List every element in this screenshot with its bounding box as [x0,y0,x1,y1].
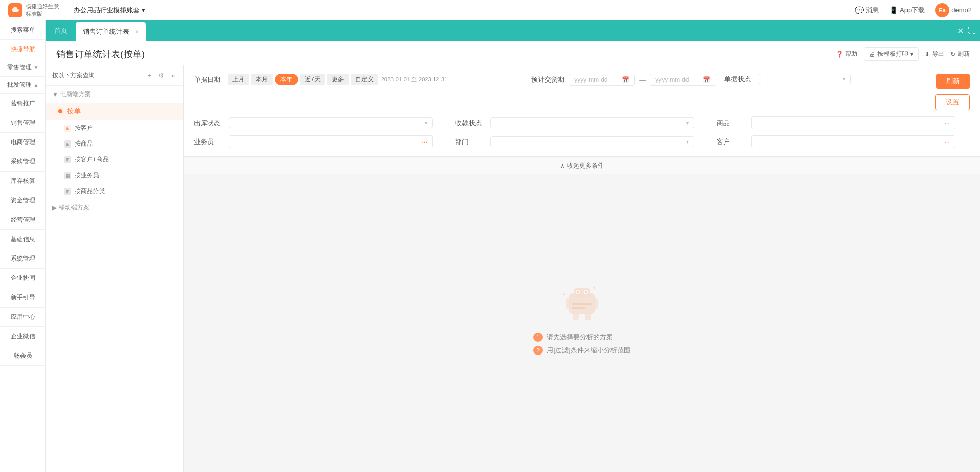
sidebar-item-search-menu[interactable]: 搜索菜单 [0,20,45,40]
page-header: 销售订单统计表(按单) ❓ 帮助 🖨 按模板打印 ▾ ⬇ 导出 [46,41,980,65]
tip-num-1: 1 [533,333,543,342]
add-scheme-icon[interactable]: + [145,70,153,80]
tab-bar-right: ✕ ⛶ [957,26,980,36]
sidebar-item-wholesale[interactable]: 批发管理 ▲ [0,77,45,94]
chevron-down-icon: ▼ [34,65,39,70]
date-label: 单据日期 [194,75,225,84]
calendar-icon: 📅 [703,76,710,83]
chevron-down-icon: ▾ [142,6,145,14]
template-print-button[interactable]: 🖨 按模板打印 ▾ [864,47,919,61]
settings-icon[interactable]: ⚙ [156,70,166,80]
main-layout: 搜索菜单 快捷导航 零售管理 ▼ 批发管理 ▲ 营销推广 销售管理 电商管理 采… [0,20,980,472]
sidebar-item-quick-nav[interactable]: 快捷导航 [0,40,45,59]
pc-group-header[interactable]: ▼ 电脑端方案 [46,86,183,103]
sidebar-item-purchase[interactable]: 采购管理 [0,152,45,172]
payment-label: 收款状态 [455,119,486,128]
query-button[interactable]: 刷新 [936,74,970,89]
more-options-icon[interactable]: ··· [944,119,950,127]
scheme-by-staff[interactable]: ▦ 按业务员 [46,168,183,183]
date-last-month-btn[interactable]: 上月 [228,74,249,85]
sidebar-item-sales[interactable]: 销售管理 [0,113,45,133]
outstock-filter: 出库状态 ▾ [194,117,447,128]
svg-text:✦: ✦ [562,292,566,297]
scheme-by-customer[interactable]: ⊞ 按客户 [46,120,183,136]
expected-date-label: 预计交货期 [531,75,565,84]
outstock-select[interactable]: ▾ [229,117,433,128]
user-area[interactable]: Ea demo2 [935,3,972,17]
status-select[interactable]: ▾ [759,74,851,84]
scheme-by-order[interactable]: 按单 [46,103,183,120]
more-options-icon[interactable]: ··· [422,138,427,146]
sidebar-item-basics[interactable]: 基础信息 [0,230,45,249]
sidebar-item-inventory[interactable]: 库存核算 [0,172,45,191]
sidebar-item-wechat[interactable]: 企业微信 [0,327,45,346]
staff-select[interactable]: ··· [229,135,433,148]
sidebar-item-ecommerce[interactable]: 电商管理 [0,133,45,152]
refresh-icon: ↻ [950,51,955,58]
export-button[interactable]: ⬇ 导出 [925,50,944,58]
empty-state: ✦ ✦ 1 请先选择要分析的方案 2 用[过滤]条件来缩小分析范围 [184,174,980,472]
sidebar-item-member[interactable]: 畅会员 [0,346,45,366]
date-this-month-btn[interactable]: 本月 [251,74,273,85]
goods-label: 商品 [717,119,747,128]
right-content: 单据日期 上月 本月 本年 近7天 更多 自定义 2023-01-01 至 20… [184,65,980,472]
date-more-btn[interactable]: 更多 [327,74,349,85]
more-options-icon[interactable]: ··· [944,138,950,146]
mobile-group-header[interactable]: ▶ 移动端方案 [46,199,183,216]
outstock-label: 出库状态 [194,119,225,128]
sidebar-item-apps[interactable]: 应用中心 [0,308,45,327]
scheme-by-customer-goods[interactable]: ⊞ 按客户+商品 [46,152,183,168]
expected-date-end-input[interactable]: yyyy-mm-dd 📅 [650,74,716,86]
message-action[interactable]: 💬 消息 [855,6,879,15]
chevron-down-icon: ▾ [910,51,913,58]
collapse-icon: ∧ [560,162,565,170]
page-content: 销售订单统计表(按单) ❓ 帮助 🖨 按模板打印 ▾ ⬇ 导出 [46,41,980,472]
avatar: Ea [935,3,949,17]
help-button[interactable]: ❓ 帮助 [836,50,857,58]
empty-illustration: ✦ ✦ [556,275,607,326]
chevron-down-icon: ▾ [425,120,427,126]
sidebar-item-retail[interactable]: 零售管理 ▼ [0,59,45,77]
message-icon: 💬 [855,6,864,14]
svg-rect-10 [594,298,598,309]
customer-filter: 客户 ··· [717,135,970,148]
dept-select[interactable]: ▾ [490,136,694,147]
goods-select[interactable]: ··· [751,116,955,129]
collapse-panel-icon[interactable]: « [169,70,177,80]
date-7days-btn[interactable]: 近7天 [300,74,325,85]
empty-tips: 1 请先选择要分析的方案 2 用[过滤]条件来缩小分析范围 [533,333,630,355]
app-download-action[interactable]: 📱 App下载 [889,6,925,15]
svg-rect-8 [572,307,586,309]
svg-point-5 [577,291,579,293]
scheme-by-category[interactable]: ⊞ 按商品分类 [46,183,183,199]
sidebar-item-newbie[interactable]: 新手引导 [0,288,45,308]
action-buttons: 刷新 设置 [935,74,970,110]
customer-select[interactable]: ··· [751,135,955,148]
sidebar-item-operations[interactable]: 经营管理 [0,210,45,230]
tab-sales-order-stats[interactable]: 销售订单统计表 × [76,22,146,41]
maximize-icon[interactable]: ⛶ [968,26,976,35]
minimize-icon[interactable]: ✕ [957,26,964,36]
sidebar-item-enterprise[interactable]: 企业协同 [0,269,45,288]
logo-area: 畅捷通好生意 标准版 [8,3,59,17]
sidebar-item-system[interactable]: 系统管理 [0,249,45,269]
sidebar-item-finance[interactable]: 资金管理 [0,191,45,210]
date-custom-btn[interactable]: 自定义 [351,74,378,85]
tab-close-icon[interactable]: × [135,28,139,35]
date-this-year-btn[interactable]: 本年 [275,74,298,85]
expected-date-start-input[interactable]: yyyy-mm-dd 📅 [569,74,635,86]
triangle-icon: ▼ [52,91,58,98]
grid-icon: ⊞ [64,156,71,163]
tip-num-2: 2 [533,346,543,355]
date-range-display: 2023-01-01 至 2023-12-31 [381,76,448,83]
collapse-filter-bar[interactable]: ∧ 收起更多条件 [184,157,980,174]
workspace-selector[interactable]: 办公用品行业模拟账套 ▾ [74,6,145,15]
tab-home[interactable]: 首页 [46,20,76,41]
scheme-icon [56,107,64,115]
refresh-button[interactable]: ↻ 刷新 [950,50,970,58]
logo-icon [8,3,22,17]
sidebar-item-marketing[interactable]: 营销推广 [0,94,45,113]
scheme-by-goods[interactable]: ⊞ 按商品 [46,136,183,152]
payment-select[interactable]: ▾ [490,117,694,128]
settings-button[interactable]: 设置 [935,94,970,110]
